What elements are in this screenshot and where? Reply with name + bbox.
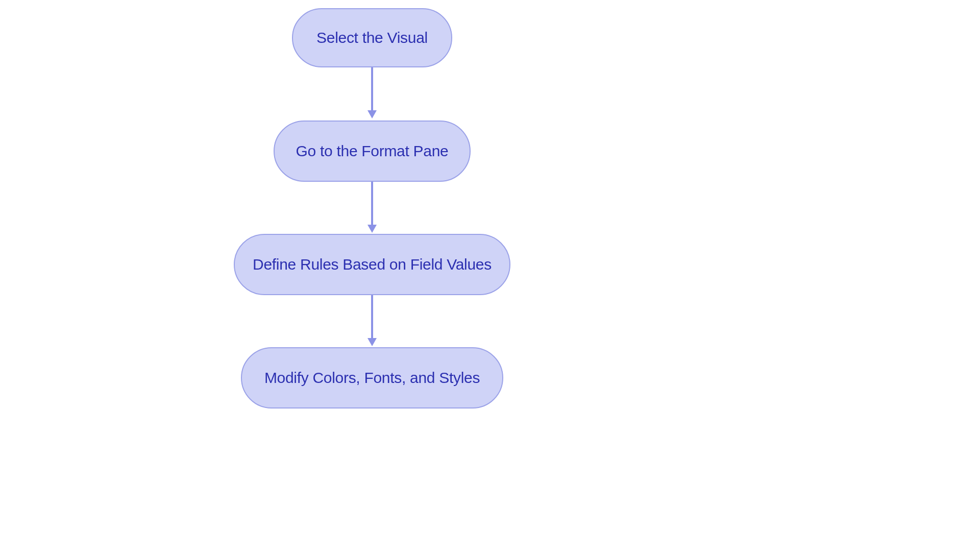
flow-node-label: Define Rules Based on Field Values [253,256,492,273]
flow-node-label: Modify Colors, Fonts, and Styles [264,369,480,387]
flow-node-label: Go to the Format Pane [296,142,449,160]
flowchart-canvas: Select the Visual Go to the Format Pane … [0,0,980,553]
svg-marker-3 [368,225,377,233]
flow-arrow-1 [365,67,379,121]
flow-arrow-3 [365,295,379,348]
flow-node-step3: Define Rules Based on Field Values [234,234,510,295]
flow-node-step1: Select the Visual [292,8,452,67]
flow-node-step2: Go to the Format Pane [274,121,471,182]
svg-marker-5 [368,338,377,346]
flow-node-step4: Modify Colors, Fonts, and Styles [241,347,503,408]
svg-marker-1 [368,110,377,118]
flow-arrow-2 [365,182,379,235]
flow-node-label: Select the Visual [316,29,428,46]
